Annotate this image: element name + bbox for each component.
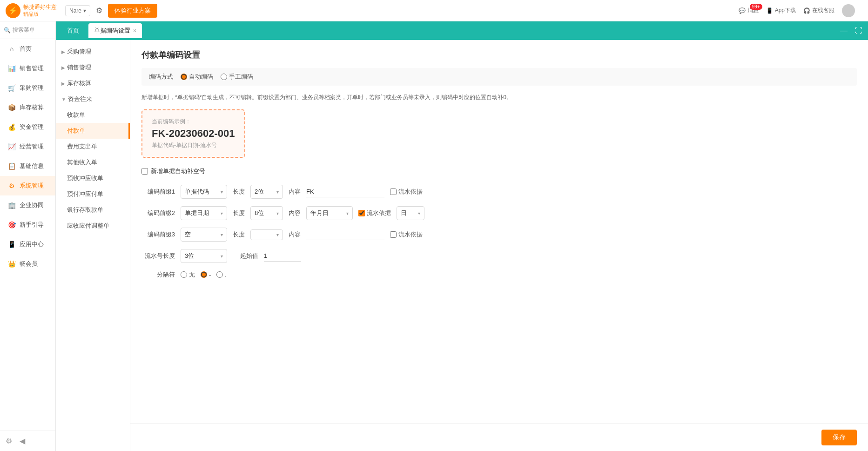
logo: ⚡ 畅捷通好生意 猎品版 [6, 3, 61, 18]
arrow-right-icon: ▶ [61, 65, 65, 70]
settings-button[interactable]: ⚙ [94, 4, 104, 17]
auto-encoding-radio[interactable] [181, 74, 187, 80]
sub-nav-item-receipt[interactable]: 收款单 [56, 107, 130, 123]
sub-nav-item-adjust[interactable]: 应收应付调整单 [56, 218, 130, 234]
chevron-down-icon: ▾ [346, 211, 349, 216]
main-content-wrapper: 付款单编码设置 编码方式 自动编码 手工编码 [130, 40, 868, 451]
logo-text: 畅捷通好生意 猎品版 [23, 4, 57, 18]
search-menu-button[interactable]: 🔍 搜索菜单 [0, 21, 55, 39]
preview-value: FK-20230602-001 [152, 128, 235, 140]
tab-close-button[interactable]: × [133, 27, 136, 34]
waterflow3-checkbox[interactable] [390, 231, 397, 238]
length2-select[interactable]: 8位 ▾ [250, 206, 283, 220]
app-download-button[interactable]: 📱 App下载 [766, 7, 796, 14]
separator-options: 无 - . [181, 270, 227, 279]
sub-nav-item-expense[interactable]: 费用支出单 [56, 139, 130, 155]
save-button[interactable]: 保存 [821, 430, 857, 445]
sub-nav-item-prepay-receive[interactable]: 预收冲应收单 [56, 170, 130, 186]
message-icon: 💬 [739, 7, 746, 14]
sidebar-item-member[interactable]: 👑 畅会员 [0, 254, 55, 274]
experience-button[interactable]: 体验行业方案 [108, 4, 157, 18]
start-value-input[interactable] [264, 250, 301, 262]
service-icon: 🎧 [803, 7, 810, 14]
sub-nav-header-sales[interactable]: ▶ 销售管理 [56, 60, 130, 75]
prefix3-label: 编码前缀3 [141, 230, 175, 239]
waterflow1-checkbox[interactable] [390, 188, 397, 195]
tab-active[interactable]: 单据编码设置 × [88, 23, 142, 38]
content-area: 首页 单据编码设置 × — ⛶ ▶ 采购管理 [56, 21, 868, 451]
company-select[interactable]: Nare ▾ [65, 5, 90, 16]
prefix1-select[interactable]: 单据代码 ▾ [181, 185, 227, 199]
auto-encoding-option[interactable]: 自动编码 [181, 73, 213, 81]
online-service-button[interactable]: 🎧 在线客服 [803, 7, 834, 14]
day-select[interactable]: 日 ▾ [397, 206, 424, 220]
collapse-button[interactable]: ◀ [18, 435, 27, 447]
chevron-down-icon: ▾ [221, 211, 223, 216]
separator-dash-option[interactable]: - [201, 271, 211, 278]
sidebar-item-guide[interactable]: 🎯 新手引导 [0, 215, 55, 235]
content3-input[interactable] [306, 229, 384, 240]
length2-label: 长度 [233, 209, 245, 217]
sidebar-item-appcenter[interactable]: 📱 应用中心 [0, 235, 55, 254]
tab-home[interactable]: 首页 [60, 21, 87, 40]
sub-nav-item-prepay-pay[interactable]: 预付冲应付单 [56, 186, 130, 202]
serial-length-select[interactable]: 3位 ▾ [181, 249, 227, 263]
separator-none-option[interactable]: 无 [181, 270, 195, 279]
minimize-button[interactable]: — [838, 25, 849, 37]
content2-select[interactable]: 年月日 ▾ [306, 206, 353, 220]
separator-none-radio[interactable] [181, 271, 187, 278]
length1-label: 长度 [233, 188, 245, 196]
sub-nav-header-inventory[interactable]: ▶ 库存核算 [56, 75, 130, 91]
sidebar-item-purchase[interactable]: 🛒 采购管理 [0, 78, 55, 98]
separator-dot-radio[interactable] [216, 271, 223, 278]
sidebar-item-system[interactable]: ⚙ 系统管理 [0, 176, 55, 195]
separator-dot-option[interactable]: . [216, 271, 227, 278]
prefix1-label: 编码前缀1 [141, 188, 175, 196]
content1-input[interactable] [306, 186, 384, 197]
sidebar-item-finance[interactable]: 💰 资金管理 [0, 117, 55, 137]
arrow-down-icon: ▼ [61, 97, 66, 102]
sidebar-item-enterprise[interactable]: 🏢 企业协同 [0, 195, 55, 215]
manual-encoding-radio[interactable] [221, 74, 227, 80]
sub-nav-item-bank[interactable]: 银行存取款单 [56, 202, 130, 218]
waterflow3-check[interactable]: 流水依据 [390, 230, 423, 239]
sidebar-item-home[interactable]: ⌂ 首页 [0, 39, 55, 59]
sub-nav-header-finance[interactable]: ▼ 资金往来 [56, 91, 130, 107]
form-row-2: 编码前缀2 单据日期 ▾ 长度 8位 ▾ 内容 年月日 [141, 206, 857, 220]
prefix3-select[interactable]: 空 ▾ [181, 228, 227, 242]
separator-dash-radio[interactable] [201, 271, 207, 278]
sidebar-item-basic[interactable]: 📋 基础信息 [0, 156, 55, 176]
sub-nav-header-purchase[interactable]: ▶ 采购管理 [56, 44, 130, 60]
sidebar-item-sales[interactable]: 📊 销售管理 [0, 59, 55, 78]
member-icon: 👑 [7, 260, 16, 268]
sidebar-item-inventory[interactable]: 📦 库存核算 [0, 98, 55, 117]
sub-nav-group-inventory: ▶ 库存核算 [56, 75, 130, 91]
sub-nav-group-sales: ▶ 销售管理 [56, 60, 130, 75]
top-bar: ⚡ 畅捷通好生意 猎品版 Nare ▾ ⚙ 体验行业方案 💬 消息 99+ 📱 … [0, 0, 868, 21]
sidebar-item-operation[interactable]: 📈 经营管理 [0, 137, 55, 156]
auto-fill-checkbox[interactable] [141, 168, 148, 175]
maximize-button[interactable]: ⛶ [853, 25, 864, 37]
sub-nav-item-income[interactable]: 其他收入单 [56, 155, 130, 170]
settings-bottom-button[interactable]: ⚙ [4, 435, 14, 447]
waterflow1-check[interactable]: 流水依据 [390, 188, 423, 196]
manual-encoding-option[interactable]: 手工编码 [221, 73, 253, 81]
sub-sidebar: ▶ 采购管理 ▶ 销售管理 ▶ 库存核算 [56, 40, 130, 451]
sub-nav-item-payment[interactable]: 付款单 [56, 123, 130, 139]
chevron-down-icon: ▾ [276, 211, 279, 216]
save-bar: 保存 [130, 424, 868, 451]
arrow-right-icon: ▶ [61, 49, 65, 54]
form-row-1: 编码前缀1 单据代码 ▾ 长度 2位 ▾ 内容 [141, 185, 857, 199]
waterflow2-check[interactable]: 流水依据 [358, 209, 391, 217]
message-button[interactable]: 💬 消息 99+ [739, 7, 759, 14]
waterflow2-checkbox[interactable] [358, 210, 365, 216]
main-layout: 🔍 搜索菜单 ⌂ 首页 📊 销售管理 🛒 采购管理 📦 库存核算 💰 资金管理 … [0, 21, 868, 451]
chevron-down-icon: ▾ [276, 189, 279, 195]
length1-select[interactable]: 2位 ▾ [250, 185, 283, 199]
prefix2-select[interactable]: 单据日期 ▾ [181, 206, 227, 220]
content3-label: 内容 [289, 230, 301, 239]
avatar[interactable] [842, 4, 855, 17]
length3-select[interactable]: ▾ [250, 229, 283, 240]
operation-icon: 📈 [7, 142, 16, 151]
message-badge: 99+ [750, 4, 762, 10]
